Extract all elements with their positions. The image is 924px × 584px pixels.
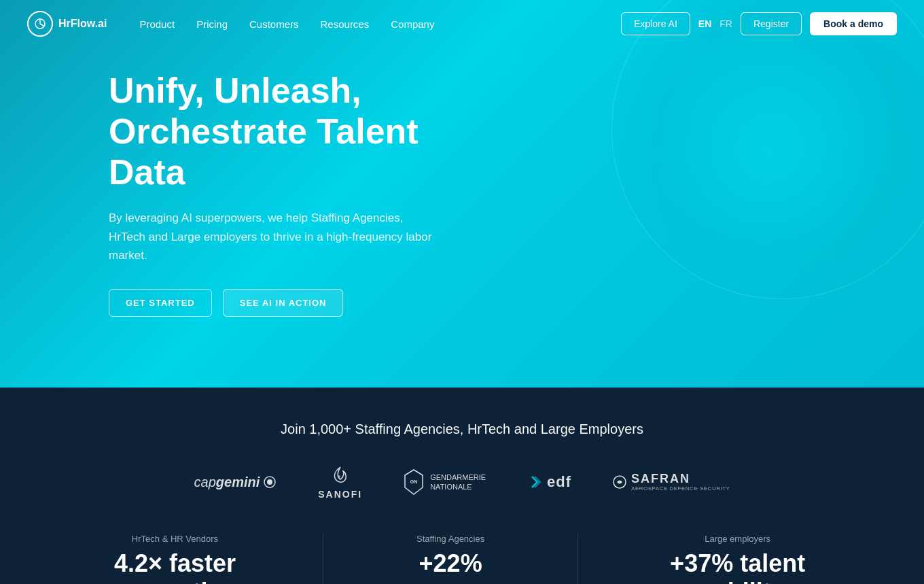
nav-customers[interactable]: Customers [249, 18, 299, 30]
svg-text:GN: GN [410, 479, 418, 484]
hero-content: Unify, Unleash, Orchestrate Talent Data … [109, 71, 489, 317]
partners-section: Join 1,000+ Staffing Agencies, HrTech an… [0, 388, 924, 584]
hero-buttons: GET STARTED SEE AI IN ACTION [109, 289, 489, 317]
nav-product[interactable]: Product [139, 18, 175, 30]
see-ai-button[interactable]: SEE AI IN ACTION [223, 289, 344, 317]
sanofi-icon [330, 464, 351, 486]
logo-sanofi: SANOFI [318, 464, 362, 500]
stat-hrtech-value: 4.2× faster growth [82, 549, 268, 584]
partners-headline: Join 1,000+ Staffing Agencies, HrTech an… [27, 422, 897, 437]
navbar: HrFlow.ai Product Pricing Customers Reso… [0, 0, 924, 48]
stat-employers-value: +37% talent mobility [633, 549, 842, 584]
stat-hrtech-category: HrTech & HR Vendors [82, 534, 268, 544]
explore-ai-button[interactable]: Explore AI [621, 12, 690, 35]
logo-gendarmerie: GN Gendarmerie Nationale [403, 468, 486, 496]
hero-title: Unify, Unleash, Orchestrate Talent Data [109, 71, 489, 192]
logos-row: capgemini SANOFI GN Gendarmerie National… [27, 464, 897, 500]
hero-subtitle: By leveraging AI superpowers, we help St… [109, 209, 435, 264]
stat-staffing-category: Staffing Agencies [378, 534, 523, 544]
stat-staffing: Staffing Agencies +22% revenue [323, 534, 578, 584]
safran-text-block: SAFRAN AEROSPACE DEFENCE SECURITY [631, 473, 730, 492]
svg-point-4 [267, 479, 272, 485]
stat-employers: Large employers +37% talent mobility [578, 534, 897, 584]
lang-fr[interactable]: FR [719, 18, 732, 29]
logo-text: HrFlow.ai [58, 18, 107, 30]
book-demo-button[interactable]: Book a demo [810, 12, 897, 35]
language-switcher: EN FR [698, 18, 732, 29]
logo-capgemini: capgemini [194, 475, 278, 490]
register-button[interactable]: Register [741, 12, 802, 35]
logo-edf: edf [527, 473, 571, 491]
nav-resources[interactable]: Resources [321, 18, 370, 30]
logo-link[interactable]: HrFlow.ai [27, 11, 107, 37]
lang-en[interactable]: EN [698, 18, 711, 29]
svg-point-5 [338, 475, 340, 478]
stat-staffing-value: +22% revenue [378, 549, 523, 584]
stats-row: HrTech & HR Vendors 4.2× faster growth S… [27, 534, 897, 584]
stat-hrtech: HrTech & HR Vendors 4.2× faster growth [27, 534, 323, 584]
get-started-button[interactable]: GET STARTED [109, 289, 212, 317]
stat-employers-category: Large employers [633, 534, 842, 544]
hero-decoration-circle-inner [632, 20, 904, 292]
gendarmerie-text: Gendarmerie Nationale [430, 473, 486, 492]
nav-right: Explore AI EN FR Register Book a demo [621, 12, 897, 35]
sanofi-text: SANOFI [318, 489, 362, 500]
hero-section: HrFlow.ai Product Pricing Customers Reso… [0, 0, 924, 388]
safran-symbol-icon [612, 475, 627, 489]
svg-line-2 [40, 24, 43, 26]
edf-text: edf [547, 473, 571, 491]
nav-company[interactable]: Company [391, 18, 434, 30]
nav-links: Product Pricing Customers Resources Comp… [139, 18, 434, 30]
nav-pricing[interactable]: Pricing [196, 18, 228, 30]
capgemini-symbol-icon [262, 475, 277, 489]
edf-symbol-icon [527, 474, 543, 490]
gendarmerie-icon: GN [403, 468, 425, 496]
logo-safran: SAFRAN AEROSPACE DEFENCE SECURITY [612, 473, 730, 492]
logo-icon [27, 11, 53, 37]
